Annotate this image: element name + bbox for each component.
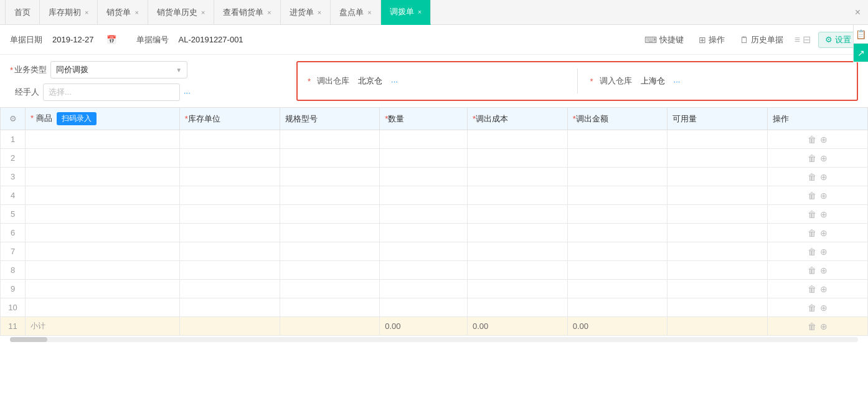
delete-row-icon[interactable]: 🗑 [808, 209, 816, 219]
spec-cell-3[interactable] [280, 168, 380, 186]
tab-inventory-check[interactable]: 盘点单 × [331, 0, 380, 25]
product-cell-3[interactable] [26, 168, 180, 186]
settings-button[interactable]: ⚙ 设置 [818, 32, 858, 48]
scrollbar-thumb[interactable] [10, 337, 47, 342]
calendar-icon[interactable]: 📅 [106, 35, 116, 44]
add-row-icon[interactable]: ⊕ [820, 265, 828, 275]
add-row-icon[interactable]: ⊕ [820, 303, 828, 313]
cost-cell-3[interactable] [467, 168, 567, 186]
layout-icon-2[interactable]: ⊟ [803, 34, 811, 45]
cost-cell-4[interactable] [467, 186, 567, 205]
spec-cell-10[interactable] [280, 298, 380, 317]
qty-cell-8[interactable] [380, 261, 468, 280]
close-icon[interactable]: × [201, 9, 205, 16]
add-row-icon[interactable]: ⊕ [820, 172, 828, 182]
qty-cell-10[interactable] [380, 298, 468, 317]
amount-cell-9[interactable] [567, 280, 668, 298]
amount-cell-3[interactable] [567, 168, 668, 186]
qty-cell-1[interactable] [380, 130, 468, 149]
delete-row-icon[interactable]: 🗑 [808, 135, 816, 145]
product-cell-5[interactable] [26, 205, 180, 224]
unit-cell-10[interactable] [179, 298, 280, 317]
delete-icon[interactable]: 🗑 [808, 321, 816, 331]
horizontal-scrollbar[interactable] [10, 337, 858, 342]
tab-sales-order[interactable]: 销货单 × [98, 0, 148, 25]
qty-cell-9[interactable] [380, 280, 468, 298]
unit-cell-9[interactable] [179, 280, 280, 298]
cost-cell-2[interactable] [467, 149, 567, 168]
sidebar-expand-icon[interactable]: ↗ [854, 44, 869, 62]
add-row-icon[interactable]: ⊕ [820, 135, 828, 145]
spec-cell-2[interactable] [280, 149, 380, 168]
cost-cell-5[interactable] [467, 205, 567, 224]
close-icon[interactable]: × [134, 9, 138, 16]
unit-cell-3[interactable] [179, 168, 280, 186]
cost-cell-6[interactable] [467, 224, 567, 242]
add-row-icon[interactable]: ⊕ [820, 284, 828, 294]
spec-cell-4[interactable] [280, 186, 380, 205]
unit-cell-7[interactable] [179, 242, 280, 261]
amount-cell-1[interactable] [567, 130, 668, 149]
transfer-in-value[interactable]: 上海仓 [641, 75, 665, 87]
spec-cell-8[interactable] [280, 261, 380, 280]
cost-cell-8[interactable] [467, 261, 567, 280]
sidebar-doc-icon[interactable]: 📋 [854, 25, 869, 44]
delete-row-icon[interactable]: 🗑 [808, 265, 816, 275]
shortcuts-button[interactable]: ⌨ 快捷键 [641, 33, 687, 47]
qty-cell-6[interactable] [380, 224, 468, 242]
product-cell-6[interactable] [26, 224, 180, 242]
spec-cell-5[interactable] [280, 205, 380, 224]
tab-view-sales[interactable]: 查看销货单 × [214, 0, 280, 25]
delete-row-icon[interactable]: 🗑 [808, 228, 816, 238]
close-icon[interactable]: × [418, 8, 422, 16]
unit-cell-1[interactable] [179, 130, 280, 149]
scan-button[interactable]: 扫码录入 [57, 112, 97, 125]
spec-cell-6[interactable] [280, 224, 380, 242]
product-cell-9[interactable] [26, 280, 180, 298]
spec-cell-7[interactable] [280, 242, 380, 261]
delete-row-icon[interactable]: 🗑 [808, 284, 816, 294]
tab-sales-history[interactable]: 销货单历史 × [148, 0, 214, 25]
delete-row-icon[interactable]: 🗑 [808, 303, 816, 313]
transfer-out-more-button[interactable]: ··· [391, 77, 398, 86]
spec-cell-1[interactable] [280, 130, 380, 149]
delete-row-icon[interactable]: 🗑 [808, 172, 816, 182]
qty-cell-4[interactable] [380, 186, 468, 205]
unit-cell-8[interactable] [179, 261, 280, 280]
col-header-gear[interactable]: ⚙ [1, 108, 26, 130]
copy-icon[interactable]: ⊕ [820, 321, 828, 331]
amount-cell-6[interactable] [567, 224, 668, 242]
add-row-icon[interactable]: ⊕ [820, 191, 828, 201]
amount-cell-7[interactable] [567, 242, 668, 261]
person-select[interactable]: 选择... [43, 83, 180, 101]
unit-cell-2[interactable] [179, 149, 280, 168]
product-cell-2[interactable] [26, 149, 180, 168]
qty-cell-5[interactable] [380, 205, 468, 224]
qty-cell-2[interactable] [380, 149, 468, 168]
qty-cell-7[interactable] [380, 242, 468, 261]
add-row-icon[interactable]: ⊕ [820, 228, 828, 238]
product-cell-10[interactable] [26, 298, 180, 317]
tab-inventory-init[interactable]: 库存期初 × [40, 0, 98, 25]
delete-row-icon[interactable]: 🗑 [808, 247, 816, 257]
biz-type-select[interactable]: 同价调拨 ▼ [50, 61, 187, 79]
delete-row-icon[interactable]: 🗑 [808, 191, 816, 201]
history-button[interactable]: 🗒 历史单据 [736, 33, 787, 47]
unit-cell-4[interactable] [179, 186, 280, 205]
amount-cell-4[interactable] [567, 186, 668, 205]
window-close-button[interactable]: × [855, 7, 861, 18]
product-cell-1[interactable] [26, 130, 180, 149]
layout-icon-1[interactable]: ≡ [795, 34, 800, 45]
transfer-in-more-button[interactable]: ··· [674, 77, 681, 86]
transfer-out-value[interactable]: 北京仓 [358, 75, 382, 87]
cost-cell-7[interactable] [467, 242, 567, 261]
qty-cell-3[interactable] [380, 168, 468, 186]
amount-cell-5[interactable] [567, 205, 668, 224]
close-icon[interactable]: × [367, 9, 371, 16]
person-more-button[interactable]: ··· [184, 88, 191, 97]
operations-button[interactable]: ⊞ 操作 [695, 33, 729, 47]
unit-cell-5[interactable] [179, 205, 280, 224]
close-icon[interactable]: × [85, 9, 88, 16]
close-icon[interactable]: × [267, 9, 271, 16]
tab-home[interactable]: 首页 [5, 0, 40, 25]
